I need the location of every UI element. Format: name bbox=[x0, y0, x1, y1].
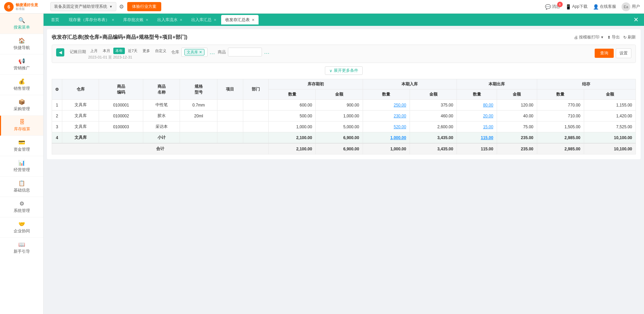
trial-button[interactable]: 体验行业方案 bbox=[127, 2, 161, 11]
tab-batch[interactable]: 库存批次账 ✕ bbox=[119, 15, 152, 24]
messages-badge: 6 bbox=[557, 2, 563, 7]
warehouse-label: 仓库 bbox=[171, 49, 179, 55]
cell-name: 采访本 bbox=[143, 121, 180, 132]
col-group-opening: 库存期初 bbox=[269, 79, 363, 89]
date-tab-more[interactable]: 更多 bbox=[141, 48, 152, 54]
search-icon: 🔍 bbox=[18, 17, 25, 23]
system-selector[interactable]: 装备及固定资产辅助管理系统 ▼ bbox=[50, 2, 116, 11]
tab-stock-dist-close[interactable]: ✕ bbox=[112, 18, 114, 22]
refresh-btn[interactable]: ↻ 刷新 bbox=[623, 34, 636, 40]
sidebar-item-guide[interactable]: 📖 新手引导 bbox=[0, 238, 43, 258]
col-in-amt: 金额 bbox=[410, 89, 457, 100]
sales-icon: 💰 bbox=[18, 78, 25, 85]
logo-area: 6 畅捷通好生意 标准版 bbox=[4, 2, 48, 12]
cell-no: 4 bbox=[52, 132, 62, 144]
sidebar-item-corp[interactable]: 🤝 企业协同 bbox=[0, 217, 43, 238]
cell-dept bbox=[243, 100, 269, 111]
footer-in-amt-cell: 3,435.00 bbox=[410, 143, 457, 154]
cell-out-amt: 235.00 bbox=[497, 132, 537, 144]
col-code: 商品编码 bbox=[99, 79, 143, 100]
export-icon: ⬆ bbox=[607, 35, 611, 40]
date-tab-this-year[interactable]: 本年 bbox=[113, 48, 125, 54]
cell-opening-amt: 5,000.00 bbox=[316, 121, 363, 132]
user-menu[interactable]: Ea 用户 bbox=[622, 2, 640, 11]
warehouse-tag-remove[interactable]: ✕ bbox=[199, 50, 202, 54]
tab-inout-summary[interactable]: 出入库汇总 ✕ bbox=[187, 15, 220, 24]
col-opening-qty: 数量 bbox=[269, 89, 316, 100]
sidebar-item-marketing[interactable]: 📢 营销推广 bbox=[0, 54, 43, 75]
sidebar-item-quick[interactable]: 🏠 快捷导航 bbox=[0, 34, 43, 54]
content-card: 收发存汇总表(按仓库+商品编码+商品+规格型号+项目+部门) 🖨 按模板打印 ▼… bbox=[47, 29, 641, 159]
tab-home[interactable]: 首页 bbox=[46, 15, 64, 24]
footer-closing-qty-cell: 2,985.00 bbox=[537, 143, 584, 154]
inventory-icon: 🗄 bbox=[19, 119, 25, 125]
sidebar-item-purchase[interactable]: 📦 采购管理 bbox=[0, 95, 43, 116]
date-tab-this-month[interactable]: 本月 bbox=[101, 48, 112, 54]
basic-icon: 📋 bbox=[18, 180, 25, 186]
cell-in-qty[interactable]: 250.00 bbox=[363, 100, 410, 111]
tab-inout-summary-close[interactable]: ✕ bbox=[214, 18, 216, 22]
filter-area: ◀ 记账日期 上月 本月 本年 近7天 更多 bbox=[52, 45, 636, 63]
cell-in-qty[interactable]: 520.00 bbox=[363, 121, 410, 132]
tab-inout-flow[interactable]: 出入库流水 ✕ bbox=[153, 15, 186, 24]
warehouse-input[interactable]: 文具库 ✕ bbox=[181, 48, 208, 57]
cell-code bbox=[99, 132, 143, 144]
date-label: 记账日期 bbox=[70, 49, 86, 55]
online-service-btn[interactable]: 👤 在线客服 bbox=[593, 4, 616, 10]
tab-batch-close[interactable]: ✕ bbox=[146, 18, 148, 22]
col-out-qty: 数量 bbox=[457, 89, 497, 100]
date-range-display: 2023-01-01 至 2023-12-31 bbox=[88, 55, 168, 60]
col-group-out: 本期出库 bbox=[457, 79, 537, 89]
tab-recv-send[interactable]: 收发存汇总表 ✕ bbox=[221, 15, 259, 24]
sidebar-item-inventory[interactable]: 🗄 库存核算 bbox=[0, 116, 43, 136]
footer-closing-amt-cell: 10,100.00 bbox=[584, 143, 636, 154]
app-download-btn[interactable]: 📱 App下载 bbox=[565, 4, 588, 10]
filter-toggle-btn[interactable]: ◀ bbox=[56, 48, 64, 56]
tab-recv-send-close[interactable]: ✕ bbox=[252, 18, 254, 22]
tab-inout-flow-close[interactable]: ✕ bbox=[180, 18, 182, 22]
settings-small-btn[interactable]: 设置 bbox=[616, 48, 631, 58]
col-settings[interactable]: ⚙ bbox=[52, 79, 62, 100]
tab-bar-close[interactable]: ✕ bbox=[631, 16, 641, 23]
messages-btn[interactable]: 💬 消息 6 bbox=[545, 4, 560, 10]
goods-more-icon[interactable]: ... bbox=[264, 49, 269, 55]
sidebar-item-search[interactable]: 🔍 搜索菜单 bbox=[0, 14, 43, 34]
sidebar-item-sales[interactable]: 💰 销售管理 bbox=[0, 75, 43, 95]
table-row: 1 文具库 0100001 中性笔 0.7mm 600.00 900.00 25… bbox=[52, 100, 636, 111]
cell-out-qty[interactable]: 20.00 bbox=[457, 111, 497, 121]
sidebar: 🔍 搜索菜单 🏠 快捷导航 📢 营销推广 💰 销售管理 📦 采购管理 🗄 库存核… bbox=[0, 14, 44, 314]
sidebar-item-system[interactable]: ⚙ 系统管理 bbox=[0, 197, 43, 217]
cell-dept bbox=[243, 111, 269, 121]
cell-name: 中性笔 bbox=[143, 100, 180, 111]
cell-opening-qty: 500.00 bbox=[269, 111, 316, 121]
date-tab-7days[interactable]: 近7天 bbox=[126, 48, 139, 54]
query-button[interactable]: 查询 bbox=[595, 49, 614, 58]
cell-in-amt: 3,435.00 bbox=[410, 132, 457, 144]
cell-out-qty[interactable]: 15.00 bbox=[457, 121, 497, 132]
cell-in-qty[interactable]: 230.00 bbox=[363, 111, 410, 121]
expand-conditions-btn[interactable]: ∨ 展开更多条件 bbox=[325, 66, 363, 75]
col-out-amt: 金额 bbox=[497, 89, 537, 100]
sidebar-item-basic[interactable]: 📋 基础信息 bbox=[0, 177, 43, 197]
cell-in-amt: 460.00 bbox=[410, 111, 457, 121]
sidebar-item-finance[interactable]: 💳 资金管理 bbox=[0, 136, 43, 156]
cell-out-qty[interactable]: 115.00 bbox=[457, 132, 497, 144]
export-btn[interactable]: ⬆ 导出 bbox=[607, 34, 620, 40]
col-closing-amt: 金额 bbox=[584, 89, 636, 100]
goods-input[interactable] bbox=[228, 48, 262, 56]
cell-out-amt: 120.00 bbox=[497, 100, 537, 111]
footer-row: 合计 2,100.00 6,900.00 1,000.00 3,435.00 1… bbox=[52, 143, 636, 154]
page-title: 收发存汇总表(按仓库+商品编码+商品+规格型号+项目+部门) bbox=[52, 34, 187, 40]
date-tab-custom[interactable]: 自定义 bbox=[153, 48, 168, 54]
warehouse-more-icon[interactable]: ... bbox=[210, 49, 215, 55]
print-btn[interactable]: 🖨 按模板打印 ▼ bbox=[574, 34, 604, 40]
sidebar-item-business[interactable]: 📊 经营管理 bbox=[0, 156, 43, 177]
date-tab-prev-month[interactable]: 上月 bbox=[88, 48, 100, 54]
home-icon: 🏠 bbox=[18, 37, 25, 44]
tab-stock-dist[interactable]: 现存量（库存分布表） ✕ bbox=[65, 15, 118, 24]
filter-main-row: 记账日期 上月 本月 本年 近7天 更多 自定义 20 bbox=[70, 48, 270, 60]
cell-in-qty[interactable]: 1,000.00 bbox=[363, 132, 410, 144]
settings-icon[interactable]: ⚙ bbox=[119, 3, 124, 10]
cell-out-qty[interactable]: 80.00 bbox=[457, 100, 497, 111]
cell-project bbox=[217, 132, 243, 144]
